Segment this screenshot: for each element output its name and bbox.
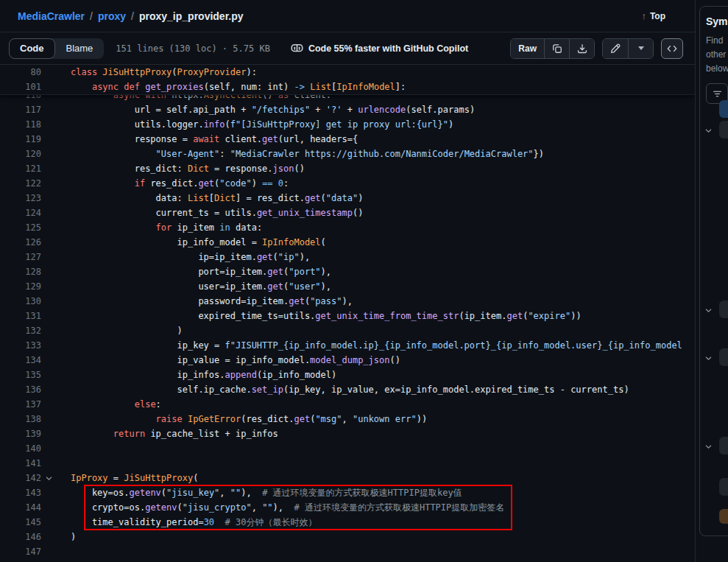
download-icon bbox=[577, 43, 587, 54]
line-number[interactable]: 124 bbox=[0, 206, 41, 220]
symbol-item[interactable] bbox=[719, 509, 728, 524]
line-number[interactable]: 123 bbox=[0, 191, 41, 206]
fold-column bbox=[41, 485, 56, 500]
fold-column bbox=[41, 65, 56, 80]
fold-column bbox=[41, 176, 56, 191]
code-line: 126 ip_info_model = IpInfoModel( bbox=[0, 235, 695, 250]
symbol-expand-chevron-icon[interactable] bbox=[704, 352, 715, 362]
edit-button[interactable] bbox=[603, 39, 628, 58]
line-number[interactable]: 142 bbox=[0, 471, 41, 485]
code-text: class JiSuHttpProxy(ProxyProvider): bbox=[56, 65, 257, 80]
line-number[interactable]: 141 bbox=[0, 456, 41, 471]
line-number[interactable]: 147 bbox=[0, 544, 41, 559]
github-code-view: MediaCrawler / proxy / proxy_ip_provider… bbox=[0, 0, 728, 562]
line-number[interactable]: 101 bbox=[0, 80, 41, 94]
code-line: 140 bbox=[0, 441, 695, 456]
copy-button[interactable] bbox=[544, 39, 569, 58]
code-line: 131 expired_time_ts=utils.get_unix_time_… bbox=[0, 309, 695, 323]
line-number[interactable]: 133 bbox=[0, 338, 41, 353]
symbol-item[interactable] bbox=[719, 301, 728, 318]
code-text: ) bbox=[56, 530, 76, 544]
copilot-icon bbox=[291, 42, 303, 55]
breadcrumb-dir-link[interactable]: proxy bbox=[98, 10, 126, 22]
fold-column bbox=[41, 132, 56, 147]
line-number[interactable]: 145 bbox=[0, 515, 41, 530]
fold-column bbox=[41, 544, 56, 559]
code-text: time_validity_period=30 # 30分钟（最长时效） bbox=[56, 515, 317, 530]
line-number[interactable]: 130 bbox=[0, 294, 41, 309]
symbol-item[interactable] bbox=[719, 437, 728, 454]
tab-code[interactable]: Code bbox=[9, 38, 55, 59]
code-text: else: bbox=[56, 397, 161, 412]
code-line: 134 ip_value = ip_info_model.model_dump_… bbox=[0, 353, 695, 368]
line-number[interactable]: 138 bbox=[0, 412, 41, 426]
code-line: 122 if res_dict.get("code") == 0: bbox=[0, 176, 695, 191]
line-number[interactable]: 146 bbox=[0, 530, 41, 544]
fold-column bbox=[41, 353, 56, 368]
code-line: 142IpProxy = JiSuHttpProxy( bbox=[0, 471, 695, 485]
fold-column bbox=[41, 80, 56, 94]
copilot-banner[interactable]: Code 55% faster with GitHub Copilot bbox=[291, 42, 468, 55]
code-line: 138 raise IpGetError(res_dict.get("msg",… bbox=[0, 412, 695, 426]
line-number[interactable]: 136 bbox=[0, 382, 41, 397]
line-number[interactable]: 129 bbox=[0, 279, 41, 294]
sticky-context-lines: 80class JiSuHttpProxy(ProxyProvider):101… bbox=[0, 65, 695, 95]
line-number[interactable]: 132 bbox=[0, 323, 41, 338]
line-number[interactable]: 120 bbox=[0, 147, 41, 161]
raw-button[interactable]: Raw bbox=[511, 39, 544, 58]
line-number[interactable]: 135 bbox=[0, 368, 41, 382]
symbol-item[interactable] bbox=[719, 100, 728, 118]
line-number[interactable]: 121 bbox=[0, 161, 41, 176]
symbol-expand-chevron-icon[interactable] bbox=[704, 304, 715, 315]
fold-column bbox=[41, 338, 56, 353]
edit-dropdown-button[interactable] bbox=[628, 39, 653, 58]
symbol-item[interactable] bbox=[719, 121, 728, 138]
breadcrumb-repo-link[interactable]: MediaCrawler bbox=[18, 10, 85, 22]
code-text: "User-Agent": "MediaCrawler https://gith… bbox=[56, 147, 544, 161]
line-number[interactable]: 117 bbox=[0, 102, 41, 117]
fold-column bbox=[41, 397, 56, 412]
symbols-panel-toggle[interactable] bbox=[661, 38, 683, 59]
code-line: 128 port=ip_item.get("port"), bbox=[0, 264, 695, 279]
back-to-top-link[interactable]: ↑ Top bbox=[641, 10, 665, 21]
code-line: 117 url = self.api_path + "/fetchips" + … bbox=[0, 102, 695, 117]
fold-column bbox=[41, 426, 56, 441]
line-number[interactable]: 126 bbox=[0, 235, 41, 250]
line-number[interactable]: 127 bbox=[0, 250, 41, 264]
line-number[interactable]: 134 bbox=[0, 353, 41, 368]
line-number[interactable]: 140 bbox=[0, 441, 41, 456]
back-to-top-label: Top bbox=[650, 11, 665, 21]
code-text: crypto=os.getenv("jisu_crypto", ""), # 通… bbox=[56, 500, 504, 515]
symbol-expand-chevron-icon[interactable] bbox=[704, 440, 715, 451]
line-number[interactable]: 125 bbox=[0, 220, 41, 235]
line-number[interactable]: 80 bbox=[0, 65, 41, 80]
code-line: 124 current_ts = utils.get_unix_timestam… bbox=[0, 206, 695, 220]
line-number[interactable]: 137 bbox=[0, 397, 41, 412]
copilot-banner-text: Code 55% faster with GitHub Copilot bbox=[308, 43, 468, 54]
tab-blame[interactable]: Blame bbox=[55, 38, 105, 59]
line-number[interactable]: 144 bbox=[0, 500, 41, 515]
symbol-item[interactable] bbox=[719, 348, 728, 366]
line-number[interactable]: 122 bbox=[0, 176, 41, 191]
fold-column bbox=[41, 530, 56, 544]
fold-column bbox=[41, 264, 56, 279]
code-line: 137 else: bbox=[0, 397, 695, 412]
line-number[interactable]: 139 bbox=[0, 426, 41, 441]
fold-column bbox=[41, 235, 56, 250]
code-line: 141 bbox=[0, 456, 695, 471]
code-text: ) bbox=[56, 323, 183, 338]
fold-chevron-icon[interactable] bbox=[41, 471, 56, 485]
line-number[interactable]: 131 bbox=[0, 309, 41, 323]
download-button[interactable] bbox=[569, 39, 594, 58]
symbols-panel: Symbols Find other below bbox=[696, 0, 728, 562]
fold-column bbox=[41, 368, 56, 382]
code-line: 133 ip_key = f"JISUHTTP_{ip_info_model.i… bbox=[0, 338, 695, 353]
code-line: 123 data: List[Dict] = res_dict.get("dat… bbox=[0, 191, 695, 206]
code-line: 132 ) bbox=[0, 323, 695, 338]
symbol-expand-chevron-icon[interactable] bbox=[704, 124, 715, 135]
line-number[interactable]: 128 bbox=[0, 264, 41, 279]
symbol-item[interactable] bbox=[719, 478, 728, 496]
line-number[interactable]: 118 bbox=[0, 117, 41, 132]
line-number[interactable]: 119 bbox=[0, 132, 41, 147]
line-number[interactable]: 143 bbox=[0, 485, 41, 500]
